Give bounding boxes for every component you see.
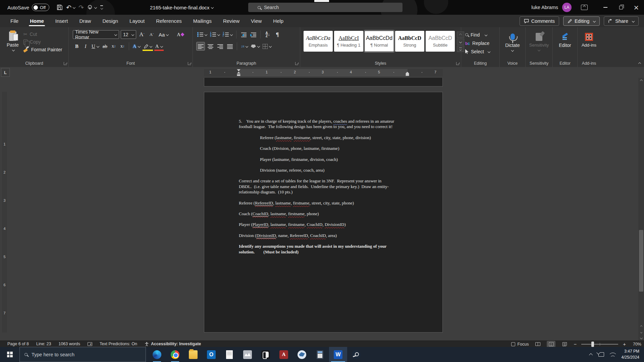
undo-button[interactable]: ↶ [66,4,75,11]
paragraph-dialog-launcher[interactable] [295,62,298,65]
read-mode-button[interactable] [533,341,542,347]
highlight-color-button[interactable] [142,42,153,51]
left-indent-marker[interactable] [237,74,240,76]
tab-mailings[interactable]: Mailings [187,15,217,27]
numbering-button[interactable]: 123 [209,30,221,39]
dictate-button[interactable]: Dictate [500,31,525,53]
strikethrough-button[interactable]: ab [101,42,109,51]
style-subtitle[interactable]: AaBbCcDSubtitle [426,31,455,52]
web-layout-button[interactable] [560,341,569,347]
scroll-up-button[interactable] [638,78,644,83]
tab-file[interactable]: File [5,15,24,27]
tab-help[interactable]: Help [267,15,289,27]
tab-view[interactable]: View [245,15,267,27]
scroll-down-button[interactable] [638,335,644,341]
accessibility-status[interactable]: Accessibility: Investigate [145,342,201,346]
avatar[interactable]: LA [562,3,572,12]
increase-indent-button[interactable] [249,30,258,39]
align-right-button[interactable] [216,42,224,51]
close-button[interactable]: × [629,0,644,15]
tray-expand-icon[interactable] [589,353,593,357]
text-effects-button[interactable]: A [131,42,142,51]
sort-button[interactable]: AZ↓ [263,30,272,39]
style-emphasis[interactable]: AaBbCcDaEmphasis [304,31,333,52]
text-predictions[interactable]: Text Predictions: On [100,342,137,346]
hardware-icon[interactable] [598,352,604,357]
share-button[interactable]: Share [604,16,639,26]
style-strong[interactable]: AaBbCcDStrong [395,31,424,52]
clear-formatting-button[interactable]: A [175,30,185,39]
tab-draw[interactable]: Draw [73,15,97,27]
autosave-control[interactable]: AutoSave Off [7,4,49,11]
tab-insert[interactable]: Insert [50,15,74,27]
taskbar-edge-icon[interactable] [148,347,166,362]
clipboard-dialog-launcher[interactable] [64,62,67,65]
document-text[interactable]: 5. You are in charge of keeping track of… [239,119,394,255]
taskbar-access-icon[interactable]: A [275,347,293,362]
zoom-in-button[interactable]: + [623,341,626,347]
previous-page-button[interactable] [638,323,644,329]
start-button[interactable] [0,347,19,362]
word-count[interactable]: 1063 words [58,342,80,346]
cut-button[interactable]: ✂Cut [23,32,62,37]
taskbar-steam-icon[interactable] [347,347,365,362]
bold-button[interactable]: B [73,42,81,51]
multilevel-list-button[interactable]: 1ai [222,30,233,39]
font-name-select[interactable]: Times New Romar [73,30,119,39]
tab-layout[interactable]: Layout [124,15,150,27]
restore-button[interactable] [613,0,629,15]
tab-design[interactable]: Design [97,15,124,27]
editing-mode-button[interactable]: Editing [563,16,600,26]
taskbar-explorer-icon[interactable] [184,347,202,362]
change-case-button[interactable]: Aa [157,30,170,39]
taskbar-notepad-icon[interactable] [220,347,238,362]
vertical-scrollbar[interactable] [638,78,644,341]
taskbar-calculator-icon[interactable] [311,347,329,362]
sensitivity-button[interactable]: Sensitivity [526,31,552,52]
font-color-button[interactable]: A [154,42,164,51]
ribbon-display-options-icon[interactable] [581,5,588,10]
underline-button[interactable]: U [90,42,100,51]
bullets-button[interactable] [196,30,208,39]
document-title[interactable]: 2165-take-home-final.docx [150,0,213,15]
redo-button[interactable]: ↷ [78,4,84,11]
styles-dialog-launcher[interactable] [456,62,459,65]
addins-button[interactable]: Add-ins [578,31,600,49]
autosave-toggle[interactable]: Off [32,4,49,11]
shading-button[interactable] [250,42,261,51]
wifi-icon[interactable] [610,353,616,357]
zoom-slider-thumb[interactable] [591,342,594,347]
page-indicator[interactable]: Page 6 of 8 [7,342,29,346]
tab-home[interactable]: Home [24,15,50,27]
customize-qat-button[interactable] [100,5,103,9]
search-box[interactable]: Search [248,3,402,12]
taskbar-switch-icon[interactable] [257,347,275,362]
borders-button[interactable] [262,42,272,51]
vertical-ruler[interactable]: 1234567 [2,92,7,333]
select-button[interactable]: Select [465,47,498,56]
style-normal[interactable]: AaBbCcDd¶ Normal [365,31,394,52]
subscript-button[interactable]: x2 [110,42,118,51]
taskbar-word-icon[interactable]: W [329,347,347,362]
zoom-slider[interactable] [581,344,618,345]
format-painter-button[interactable]: Format Painter [23,47,62,52]
tab-references[interactable]: References [150,15,187,27]
tab-review[interactable]: Review [217,15,245,27]
grow-font-button[interactable]: Aˆ [138,30,146,39]
align-left-button[interactable] [196,42,205,51]
line-spacing-button[interactable]: ↕≡ [240,42,249,51]
taskbar-search[interactable]: Type here to search [19,347,146,362]
next-page-button[interactable] [638,329,644,335]
font-size-select[interactable]: 12 [121,30,136,39]
user-name[interactable]: luke Abrams [531,5,558,10]
zoom-out-button[interactable]: − [574,341,577,347]
print-layout-button[interactable] [547,341,555,347]
line-indicator[interactable]: Line: 23 [36,342,51,346]
style-heading1[interactable]: AaBbCcI¶ Heading 1 [334,31,363,52]
focus-button[interactable]: Focus [511,342,529,347]
save-button[interactable] [57,4,63,10]
superscript-button[interactable]: x2 [118,42,126,51]
italic-button[interactable]: I [82,42,90,51]
show-formatting-button[interactable]: ¶ [273,30,282,39]
scrollbar-thumb[interactable] [639,230,643,292]
